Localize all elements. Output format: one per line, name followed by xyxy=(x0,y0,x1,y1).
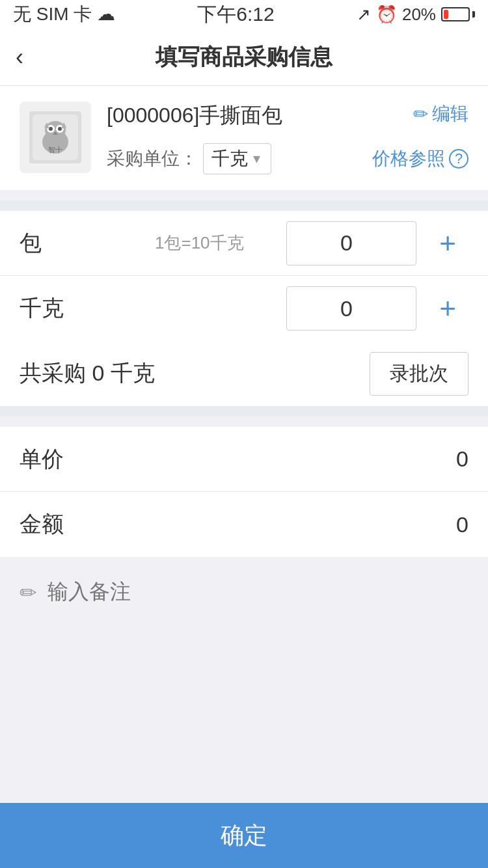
bao-input-wrap: + xyxy=(244,221,468,265)
summary-row: 共采购 0 千克 录批次 xyxy=(0,341,488,406)
status-left: 无 SIM 卡 ☁ xyxy=(13,2,115,27)
remark-section: ✏ xyxy=(0,558,488,645)
confirm-label: 确定 xyxy=(221,820,267,852)
amount-label: 金额 xyxy=(20,509,64,539)
unit-value: 千克 xyxy=(211,146,248,171)
unit-price-value: 0 xyxy=(456,446,468,472)
svg-text:智十: 智十 xyxy=(48,146,62,154)
back-icon: ‹ xyxy=(16,44,23,71)
unit-label: 采购单位： xyxy=(107,146,198,171)
bao-label: 包 xyxy=(20,228,150,258)
input-section: 包 1包=10千克 + 千克 + xyxy=(0,211,488,341)
unit-price-row: 单价 0 xyxy=(0,427,488,492)
chevron-down-icon: ▾ xyxy=(253,150,260,167)
battery-label: 20% xyxy=(402,5,436,25)
kg-input[interactable] xyxy=(286,286,416,331)
edit-icon: ✏ xyxy=(413,103,428,125)
product-name: [0000006]手撕面包 xyxy=(107,102,282,130)
pencil-icon: ✏ xyxy=(20,580,37,605)
kg-input-wrap: + xyxy=(150,286,468,331)
kg-label: 千克 xyxy=(20,293,150,323)
product-header: [0000006]手撕面包 ✏ 编辑 xyxy=(107,102,468,130)
unit-price-label: 单价 xyxy=(20,444,64,474)
help-icon: ? xyxy=(449,149,468,169)
product-title: 手撕面包 xyxy=(199,103,282,127)
bao-sublabel: 1包=10千克 xyxy=(155,232,244,254)
product-id: [0000006] xyxy=(107,103,199,127)
product-info: [0000006]手撕面包 ✏ 编辑 采购单位： 千克 ▾ 价格参照 ? xyxy=(107,102,468,174)
content-spacer xyxy=(0,645,488,776)
unit-select[interactable]: 千克 ▾ xyxy=(203,143,271,174)
section-divider-1 xyxy=(0,200,488,211)
bao-plus-button[interactable]: + xyxy=(427,223,468,264)
main-content: 智十 [0000006]手撕面包 ✏ 编辑 采购单位： 千克 ▾ xyxy=(0,86,488,841)
svg-point-5 xyxy=(49,127,53,131)
status-time: 下午6:12 xyxy=(197,1,274,28)
battery-indicator xyxy=(441,7,475,21)
product-unit-row: 采购单位： 千克 ▾ 价格参照 ? xyxy=(107,143,468,174)
info-section: 单价 0 金额 0 xyxy=(0,427,488,557)
product-logo: 智十 xyxy=(33,115,78,160)
back-button[interactable]: ‹ xyxy=(16,44,23,71)
sim-label: 无 SIM 卡 ☁ xyxy=(13,2,115,27)
amount-value: 0 xyxy=(456,512,468,537)
amount-row: 金额 0 xyxy=(0,492,488,557)
bao-input-row: 包 1包=10千克 + xyxy=(0,211,488,276)
confirm-button[interactable]: 确定 xyxy=(0,803,488,868)
kg-plus-button[interactable]: + xyxy=(427,288,468,329)
bao-input[interactable] xyxy=(286,221,416,265)
product-card: 智十 [0000006]手撕面包 ✏ 编辑 采购单位： 千克 ▾ xyxy=(0,86,488,190)
price-ref-button[interactable]: 价格参照 ? xyxy=(372,146,468,171)
page-title: 填写商品采购信息 xyxy=(156,42,332,72)
edit-button[interactable]: ✏ 编辑 xyxy=(413,102,468,126)
summary-text: 共采购 0 千克 xyxy=(20,359,155,388)
section-divider-2 xyxy=(0,406,488,416)
batch-button[interactable]: 录批次 xyxy=(370,352,468,396)
kg-input-row: 千克 + xyxy=(0,276,488,341)
location-icon: ↗ xyxy=(357,5,371,25)
remark-input[interactable] xyxy=(47,578,468,626)
edit-label: 编辑 xyxy=(432,102,468,126)
product-image: 智十 xyxy=(20,102,91,173)
alarm-icon: ⏰ xyxy=(376,5,397,25)
status-bar: 无 SIM 卡 ☁ 下午6:12 ↗ ⏰ 20% xyxy=(0,0,488,29)
svg-point-6 xyxy=(58,127,62,131)
nav-bar: ‹ 填写商品采购信息 xyxy=(0,29,488,86)
status-right: ↗ ⏰ 20% xyxy=(357,5,475,25)
price-ref-label: 价格参照 xyxy=(372,146,445,171)
